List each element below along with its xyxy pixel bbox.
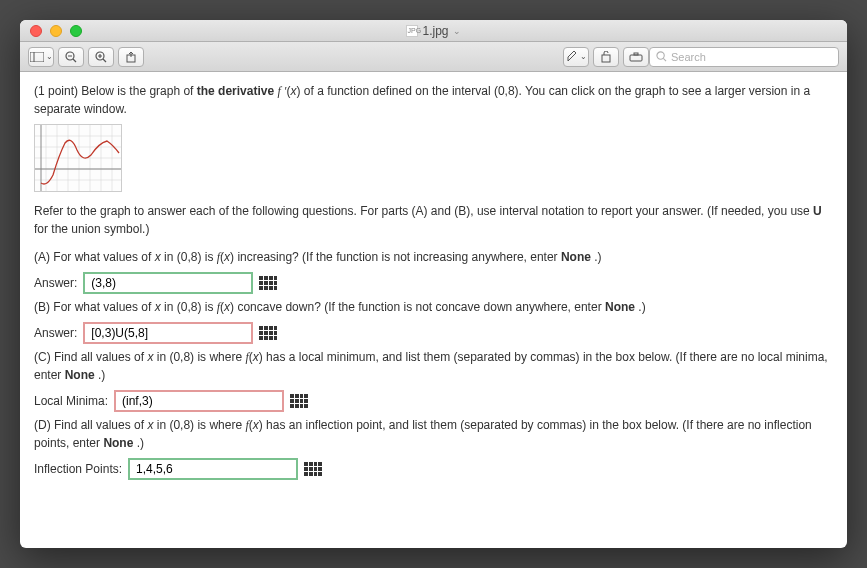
inflection-label: Inflection Points:	[34, 460, 122, 478]
answer-row-a: Answer:	[34, 272, 833, 294]
title-label: 1.jpg	[422, 24, 448, 38]
palette-icon-a[interactable]	[259, 276, 277, 290]
toolbar: ⌄ ⌄ Sear	[20, 42, 847, 72]
markup-button[interactable]: ⌄	[563, 47, 589, 67]
zoom-in-button[interactable]	[88, 47, 114, 67]
search-placeholder: Search	[671, 51, 706, 63]
titlebar: JPG 1.jpg ⌄	[20, 20, 847, 42]
traffic-lights	[20, 25, 82, 37]
local-min-label: Local Minima:	[34, 392, 108, 410]
palette-icon-b[interactable]	[259, 326, 277, 340]
answer-input-a[interactable]	[83, 272, 253, 294]
answer-input-d[interactable]	[128, 458, 298, 480]
answer-label-b: Answer:	[34, 324, 77, 342]
refer-text: Refer to the graph to answer each of the…	[34, 202, 833, 238]
search-input[interactable]: Search	[649, 47, 839, 67]
preview-window: JPG 1.jpg ⌄ ⌄ ⌄	[20, 20, 847, 548]
toolbar-right: ⌄ Search	[563, 47, 839, 67]
svg-point-13	[657, 52, 664, 59]
graph-thumbnail[interactable]	[34, 124, 122, 192]
file-icon: JPG	[406, 25, 418, 37]
question-a: (A) For what values of x in (0,8) is f(x…	[34, 248, 833, 266]
answer-input-c[interactable]	[114, 390, 284, 412]
svg-rect-12	[634, 53, 638, 55]
answer-input-b[interactable]	[83, 322, 253, 344]
title-dropdown-icon[interactable]: ⌄	[453, 26, 461, 36]
close-button[interactable]	[30, 25, 42, 37]
question-c: (C) Find all values of x in (0,8) is whe…	[34, 348, 833, 384]
svg-rect-11	[630, 55, 642, 61]
fullscreen-button[interactable]	[70, 25, 82, 37]
share-button[interactable]	[118, 47, 144, 67]
sidebar-button[interactable]: ⌄	[28, 47, 54, 67]
palette-icon-c[interactable]	[290, 394, 308, 408]
answer-row-c: Local Minima:	[34, 390, 833, 412]
zoom-out-button[interactable]	[58, 47, 84, 67]
svg-line-14	[663, 58, 666, 61]
window-title: JPG 1.jpg ⌄	[20, 24, 847, 38]
intro-text: (1 point) Below is the graph of the deri…	[34, 82, 833, 118]
svg-line-3	[73, 59, 76, 62]
rotate-button[interactable]	[593, 47, 619, 67]
question-d: (D) Find all values of x in (0,8) is whe…	[34, 416, 833, 452]
question-b: (B) For what values of x in (0,8) is f(x…	[34, 298, 833, 316]
minimize-button[interactable]	[50, 25, 62, 37]
palette-icon-d[interactable]	[304, 462, 322, 476]
svg-line-6	[103, 59, 106, 62]
toolbar-left: ⌄	[28, 47, 144, 67]
svg-rect-0	[30, 52, 44, 62]
search-icon	[656, 51, 667, 62]
answer-row-d: Inflection Points:	[34, 458, 833, 480]
toolbox-button[interactable]	[623, 47, 649, 67]
answer-label-a: Answer:	[34, 274, 77, 292]
svg-rect-10	[602, 55, 610, 62]
content-area: (1 point) Below is the graph of the deri…	[20, 72, 847, 548]
answer-row-b: Answer:	[34, 322, 833, 344]
